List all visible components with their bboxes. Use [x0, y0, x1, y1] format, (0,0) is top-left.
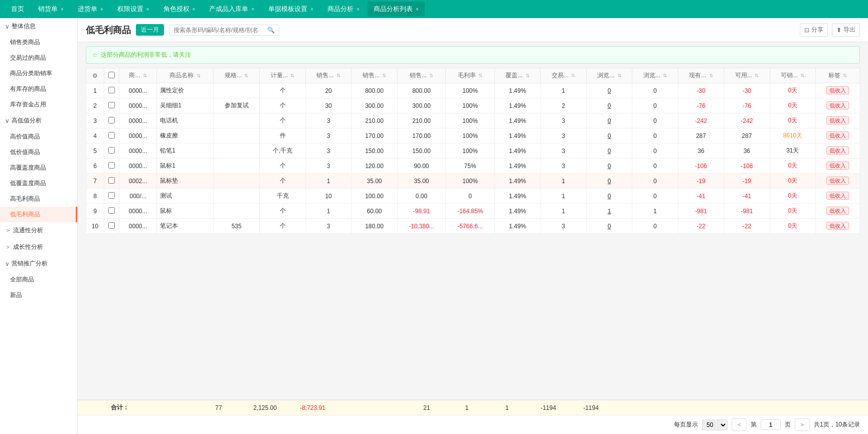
sidebar-item-high-margin[interactable]: 高毛利商品 — [0, 191, 77, 207]
next-page-button[interactable]: ＞ — [795, 418, 810, 431]
nav-goods-analysis[interactable]: 商品分析 × — [321, 2, 366, 17]
search-input[interactable] — [173, 27, 267, 34]
sidebar-group-marketing-header[interactable]: ∨ 营销推广分析 — [0, 255, 77, 272]
row-checkbox[interactable] — [104, 83, 119, 98]
row-browse1[interactable]: 0 — [586, 128, 632, 143]
row-checkbox[interactable] — [104, 189, 119, 204]
column-name[interactable]: 商品名称 ⇅ — [157, 68, 214, 83]
sidebar-group-value-header[interactable]: ∨ 高低值分析 — [0, 112, 77, 129]
nav-template-setting[interactable]: 单据模板设置 × — [262, 2, 319, 17]
share-button[interactable]: ⊡ 分享 — [800, 23, 828, 37]
notice-text: 这部分商品的利润非常低，请关注 — [101, 51, 191, 59]
sidebar-item-all-goods[interactable]: 全部商品 — [0, 272, 77, 287]
column-tag[interactable]: 标签 ⇅ — [816, 68, 860, 83]
column-browse1[interactable]: 浏览... ⇅ — [586, 68, 632, 83]
row-browse1[interactable]: 0 — [586, 174, 632, 189]
row-checkbox[interactable] — [104, 204, 119, 219]
settings-icon[interactable]: ⚙ — [92, 72, 98, 79]
row-current-stock: -981 — [678, 204, 724, 219]
column-browse2[interactable]: 浏览... ⇅ — [632, 68, 678, 83]
row-checkbox[interactable] — [104, 174, 119, 189]
column-spec[interactable]: 规格... ⇅ — [213, 68, 259, 83]
time-filter-button[interactable]: 近一月 — [136, 24, 164, 36]
close-icon[interactable]: × — [310, 7, 313, 12]
column-sales-qty[interactable]: 销售... ⇅ — [305, 68, 351, 83]
row-select-checkbox[interactable] — [108, 207, 115, 214]
column-available[interactable]: 可用... ⇅ — [724, 68, 770, 83]
current-page-input[interactable] — [761, 419, 781, 430]
close-icon[interactable]: × — [146, 7, 149, 12]
nav-product-inbound[interactable]: 产成品入库单 × — [203, 2, 260, 17]
row-checkbox[interactable] — [104, 128, 119, 143]
column-code[interactable]: 商... ⇅ — [119, 68, 157, 83]
nav-permission-setting[interactable]: 权限设置 × — [111, 2, 155, 17]
select-all-checkbox[interactable] — [108, 72, 115, 78]
row-sales-amount: 210.00 — [397, 113, 446, 128]
row-select-checkbox[interactable] — [108, 117, 115, 123]
close-icon[interactable]: × — [416, 7, 419, 12]
nav-goods-analysis-list[interactable]: 商品分析列表 × — [368, 2, 425, 17]
row-browse1[interactable]: 0 — [586, 159, 632, 174]
close-icon[interactable]: × — [251, 7, 254, 12]
column-gross-margin[interactable]: 毛利率 ⇅ — [446, 68, 495, 83]
column-current-stock[interactable]: 现有... ⇅ — [678, 68, 724, 83]
page-size-select[interactable]: 50 10 20 100 — [702, 419, 728, 430]
sidebar-item-stocked-goods[interactable]: 有库存的商品 — [0, 81, 77, 97]
column-unit[interactable]: 计量... ⇅ — [260, 68, 305, 83]
sidebar-group-circulation-header[interactable]: ＞ 流通性分析 — [0, 222, 77, 239]
row-select-checkbox[interactable] — [108, 102, 115, 108]
row-checkbox[interactable] — [104, 219, 119, 234]
close-icon[interactable]: × — [100, 7, 103, 12]
row-select-checkbox[interactable] — [108, 192, 115, 199]
sidebar-group-overall-header[interactable]: ∨ 整体信息 — [0, 18, 77, 35]
search-icon[interactable]: 🔍 — [267, 27, 275, 34]
row-checkbox[interactable] — [104, 143, 119, 159]
row-select-checkbox[interactable] — [108, 132, 115, 138]
sidebar-item-high-coverage[interactable]: 高覆盖度商品 — [0, 160, 77, 176]
nav-sales-order[interactable]: 销货单 × — [32, 2, 70, 17]
sidebar-item-new-goods[interactable]: 新品 — [0, 287, 77, 303]
row-select-checkbox[interactable] — [108, 222, 115, 229]
row-browse1[interactable]: 0 — [586, 83, 632, 98]
footer-sales-qty: 77 — [196, 404, 241, 411]
row-select-checkbox[interactable] — [108, 177, 115, 184]
export-button[interactable]: ⬆ 导出 — [832, 23, 860, 37]
sidebar-item-sales-goods[interactable]: 销售类商品 — [0, 35, 77, 50]
row-select-checkbox[interactable] — [108, 162, 115, 169]
sidebar-item-low-margin[interactable]: 低毛利商品 — [0, 207, 77, 222]
sidebar-item-category-rate[interactable]: 商品分类助销率 — [0, 66, 77, 81]
column-sales-price[interactable]: 销售... ⇅ — [352, 68, 397, 83]
close-icon[interactable]: × — [193, 7, 196, 12]
close-icon[interactable]: × — [61, 7, 64, 12]
nav-home[interactable]: 首页 — [5, 2, 30, 17]
row-checkbox[interactable] — [104, 113, 119, 128]
column-coverage[interactable]: 覆盖... ⇅ — [494, 68, 540, 83]
nav-role-auth[interactable]: 角色授权 × — [157, 2, 202, 17]
column-sales-amount[interactable]: 销售... ⇅ — [397, 68, 446, 83]
row-unit: 个 — [260, 83, 305, 98]
sidebar-item-inventory-fund[interactable]: 库存资金占用 — [0, 97, 77, 112]
sidebar-group-growth-header[interactable]: ＞ 成长性分析 — [0, 239, 77, 255]
column-settings[interactable]: ⚙ — [86, 68, 104, 83]
sidebar-item-low-value[interactable]: 低价值商品 — [0, 144, 77, 160]
row-checkbox[interactable] — [104, 98, 119, 113]
row-browse1[interactable]: 0 — [586, 189, 632, 204]
row-browse1[interactable]: 0 — [586, 219, 632, 234]
column-sellable[interactable]: 可销... ⇅ — [770, 68, 815, 83]
row-select-checkbox[interactable] — [108, 147, 115, 154]
close-icon[interactable]: × — [357, 7, 360, 12]
row-browse1[interactable]: 1 — [586, 204, 632, 219]
pagination-summary: 共1页，10条记录 — [814, 420, 860, 429]
row-checkbox[interactable] — [104, 159, 119, 174]
sidebar-item-low-coverage[interactable]: 低覆盖度商品 — [0, 176, 77, 191]
sidebar-item-high-value[interactable]: 高价值商品 — [0, 129, 77, 144]
row-select-checkbox[interactable] — [108, 87, 115, 93]
row-browse1[interactable]: 0 — [586, 113, 632, 128]
nav-purchase-order[interactable]: 进货单 × — [72, 2, 109, 17]
prev-page-button[interactable]: ＜ — [732, 418, 747, 431]
sidebar-item-traded-goods[interactable]: 交易过的商品 — [0, 50, 77, 66]
row-browse1[interactable]: 0 — [586, 143, 632, 159]
column-transaction[interactable]: 交易... ⇅ — [541, 68, 586, 83]
row-browse1[interactable]: 0 — [586, 98, 632, 113]
table-footer: 合计： 77 2,125.00 -8,723.91 21 1 1 -1194 -… — [78, 399, 868, 415]
